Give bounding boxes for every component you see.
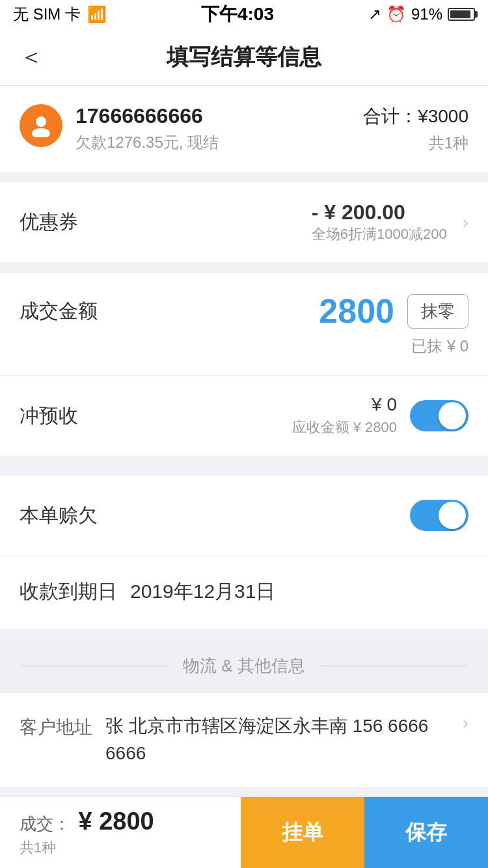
svg-point-1: [32, 128, 50, 137]
toggle-knob: [439, 402, 466, 429]
customer-total: 合计：¥3000: [363, 104, 468, 129]
back-button[interactable]: ＜: [20, 41, 43, 73]
customer-right: 合计：¥3000 共1种: [363, 104, 468, 154]
avatar: [20, 104, 62, 147]
customer-phone: 17666666666: [75, 104, 219, 128]
customer-left: 17666666666 欠款1276.35元, 现结: [20, 104, 219, 153]
deal-label: 成交：: [20, 814, 70, 834]
amount-row: 成交金额 2800 抹零: [20, 292, 468, 331]
carrier-text: 无 SIM 卡: [13, 4, 81, 25]
svg-point-0: [36, 116, 46, 127]
save-button[interactable]: 保存: [364, 797, 488, 868]
battery-text: 91%: [411, 5, 442, 23]
advance-sub: 应收金额 ¥ 2800: [292, 418, 397, 437]
customer-info: 17666666666 欠款1276.35元, 现结: [75, 104, 219, 153]
debt-label: 本单赊欠: [20, 502, 98, 529]
duedate-section: 收款到期日 2019年12月31日: [0, 555, 488, 629]
customer-sub: 欠款1276.35元, 现结: [75, 132, 219, 153]
nav-bar: ＜ 填写结算等信息: [0, 29, 488, 86]
debt-toggle-knob: [439, 502, 466, 529]
round-button[interactable]: 抹零: [407, 294, 468, 329]
address-section[interactable]: 客户地址 张 北京市市辖区海淀区永丰南 156 6666 6666 ›: [0, 693, 488, 787]
status-left: 无 SIM 卡 📶: [13, 4, 107, 25]
chevron-right-icon: ›: [463, 212, 468, 233]
page-title: 填写结算等信息: [56, 42, 432, 72]
advance-label: 冲预收: [20, 403, 78, 429]
transaction-label: 成交金额: [20, 298, 98, 325]
duedate-value: 2019年12月31日: [130, 578, 275, 605]
advance-amounts: ¥ 0 应收金额 ¥ 2800: [292, 394, 397, 437]
content-area: 17666666666 欠款1276.35元, 现结 合计：¥3000 共1种 …: [0, 86, 488, 868]
deal-amount: ¥ 2800: [78, 807, 154, 835]
transaction-sub: 已抹 ¥ 0: [20, 336, 468, 357]
transaction-value: 2800: [319, 292, 394, 331]
advance-section: 冲预收 ¥ 0 应收金额 ¥ 2800: [0, 375, 488, 455]
bottom-deal-line: 成交： ¥ 2800: [20, 807, 221, 835]
coupon-right: - ¥ 200.00 全场6折满1000减200 ›: [312, 200, 468, 244]
bottom-bar: 成交： ¥ 2800 共1种 挂单 保存: [0, 796, 488, 868]
location-icon: ↗: [368, 5, 381, 23]
status-bar: 无 SIM 卡 📶 下午4:03 ↗ ⏰ 91%: [0, 0, 488, 29]
battery-icon: [448, 8, 475, 21]
duedate-label: 收款到期日: [20, 578, 117, 605]
advance-toggle[interactable]: [410, 400, 468, 431]
section-divider-2: [0, 455, 488, 466]
address-chevron-icon: ›: [463, 712, 468, 733]
section-divider-1: [0, 263, 488, 273]
coupon-row[interactable]: 优惠券 - ¥ 200.00 全场6折满1000减200 ›: [0, 182, 488, 263]
address-label: 客户地址: [20, 715, 92, 740]
divider-line-left: [20, 666, 170, 666]
bottom-summary: 成交： ¥ 2800 共1种: [0, 807, 241, 858]
wifi-icon: 📶: [87, 5, 107, 23]
deal-count: 共1种: [20, 838, 221, 858]
debt-section: 本单赊欠: [0, 476, 488, 555]
divider-text: 物流 & 其他信息: [183, 655, 305, 677]
status-right: ↗ ⏰ 91%: [368, 5, 475, 23]
coupon-sub: 全场6折满1000减200: [312, 224, 447, 244]
pending-button[interactable]: 挂单: [241, 797, 364, 868]
advance-right: ¥ 0 应收金额 ¥ 2800: [292, 394, 468, 437]
customer-card: 17666666666 欠款1276.35元, 现结 合计：¥3000 共1种: [0, 86, 488, 172]
amount-value-container: 2800 抹零: [319, 292, 468, 331]
transaction-section: 成交金额 2800 抹零 已抹 ¥ 0: [0, 273, 488, 375]
divider-line-right: [318, 666, 468, 666]
debt-toggle[interactable]: [410, 500, 468, 531]
logistics-divider: 物流 & 其他信息: [0, 639, 488, 693]
coupon-label: 优惠券: [20, 209, 78, 236]
coupon-value: - ¥ 200.00: [312, 200, 447, 224]
status-time: 下午4:03: [201, 2, 274, 27]
alarm-icon: ⏰: [386, 5, 406, 23]
advance-amount: ¥ 0: [292, 394, 397, 415]
customer-count: 共1种: [363, 133, 468, 154]
address-value: 张 北京市市辖区海淀区永丰南 156 6666 6666: [105, 712, 457, 767]
